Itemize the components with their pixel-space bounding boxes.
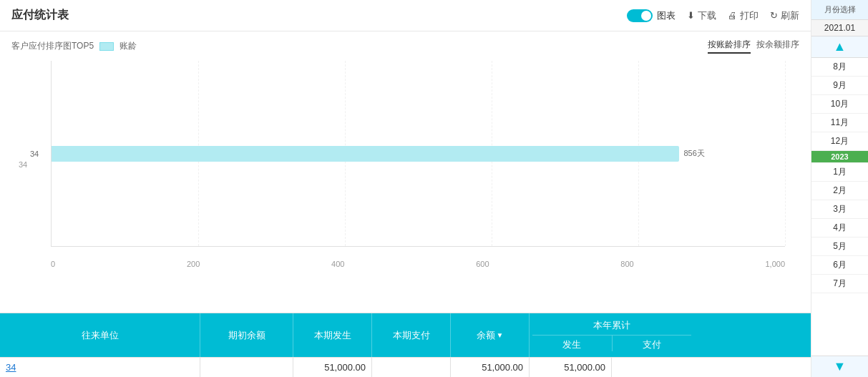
x-label-800: 800 xyxy=(620,260,633,268)
month-3[interactable]: 3月 xyxy=(811,200,868,219)
col-header-balance: 余额 ▼ xyxy=(451,313,530,357)
x-axis: 0 200 400 600 800 1,000 xyxy=(51,254,785,268)
month-9[interactable]: 9月 xyxy=(811,77,868,95)
balance-value: 51,000.00 xyxy=(482,362,523,373)
main-content: 应付统计表 图表 ⬇ 下载 🖨 打印 ↻ 刷新 xyxy=(0,0,811,377)
month-10[interactable]: 10月 xyxy=(811,95,868,114)
sort-by-balance-btn[interactable]: 按账龄排序 xyxy=(708,39,751,54)
header: 应付统计表 图表 ⬇ 下载 🖨 打印 ↻ 刷新 xyxy=(0,0,811,31)
table-row: 34 51,000.00 51,000.00 51,000.00 xyxy=(0,357,811,377)
cell-balance: 51,000.00 xyxy=(451,358,530,377)
download-label: 下载 xyxy=(698,9,716,22)
col-current-occur-label: 本期发生 xyxy=(314,329,351,342)
chart-title: 客户应付排序图TOP5 xyxy=(11,40,94,52)
x-label-1000: 1,000 xyxy=(765,260,785,268)
chart-sort-btns: 按账龄排序 按余额排序 xyxy=(708,39,799,54)
download-button[interactable]: ⬇ 下载 xyxy=(687,9,716,22)
sidebar-nav-down[interactable]: ▼ xyxy=(811,356,868,377)
x-label-600: 600 xyxy=(476,260,489,268)
month-11[interactable]: 11月 xyxy=(811,114,868,132)
month-8[interactable]: 8月 xyxy=(811,58,868,77)
cell-opening xyxy=(200,358,293,377)
col-header-current-occur: 本期发生 xyxy=(293,313,372,357)
grid-line-5 xyxy=(785,61,786,246)
x-label-0: 0 xyxy=(51,260,55,268)
chart-toggle-wrap: 图表 xyxy=(627,9,676,22)
sidebar-header-label: 月份选择 xyxy=(824,5,856,14)
bar-value-1: 856天 xyxy=(683,148,704,159)
col-header-ytd: 本年累计 发生 支付 xyxy=(530,313,694,357)
x-label-200: 200 xyxy=(187,260,200,268)
header-actions: 图表 ⬇ 下载 🖨 打印 ↻ 刷新 xyxy=(627,9,799,22)
ytd-occur-text: 发生 xyxy=(562,339,581,350)
bar-row-1: 34 856天 xyxy=(52,146,785,162)
legend-box xyxy=(99,42,114,51)
print-button[interactable]: 🖨 打印 xyxy=(728,9,759,22)
month-4[interactable]: 4月 xyxy=(811,219,868,238)
bar-y-label: 34 xyxy=(30,150,39,158)
table-area: 往来单位 期初余额 本期发生 本期支付 余额 ▼ 本年累计 xyxy=(0,313,811,377)
sort-by-amount-btn[interactable]: 按余额排序 xyxy=(756,39,799,54)
col-ytd-occur-label: 发生 xyxy=(532,336,613,351)
refresh-label: 刷新 xyxy=(781,9,799,22)
cell-unit: 34 xyxy=(0,358,200,377)
col-header-unit: 往来单位 xyxy=(0,313,200,357)
refresh-button[interactable]: ↻ 刷新 xyxy=(770,9,799,22)
download-icon: ⬇ xyxy=(687,10,695,21)
page-title: 应付统计表 xyxy=(11,8,69,23)
down-arrow-icon: ▼ xyxy=(834,359,847,374)
chart-area: 客户应付排序图TOP5 账龄 按账龄排序 按余额排序 xyxy=(0,31,811,313)
sidebar-nav-up[interactable]: ▲ xyxy=(811,36,868,58)
cell-ytd-occur: 51,000.00 xyxy=(530,358,612,377)
col-current-pay-label: 本期支付 xyxy=(393,329,430,342)
y-axis-label: 34 xyxy=(19,160,27,169)
year-2023[interactable]: 2023 xyxy=(811,151,868,163)
col-balance-label: 余额 xyxy=(477,329,495,342)
month-5[interactable]: 5月 xyxy=(811,238,868,256)
balance-sort-icon: ▼ xyxy=(497,331,504,339)
bar-fill-1 xyxy=(52,146,679,162)
month-12[interactable]: 12月 xyxy=(811,132,868,151)
month-1[interactable]: 1月 xyxy=(811,163,868,182)
month-2[interactable]: 2月 xyxy=(811,182,868,200)
col-header-current-pay: 本期支付 xyxy=(372,313,451,357)
unit-link[interactable]: 34 xyxy=(6,362,16,373)
col-ytd-pay-label: 支付 xyxy=(613,336,692,351)
y-label-value: 34 xyxy=(19,160,27,169)
month-6[interactable]: 6月 xyxy=(811,256,868,275)
chart-body: 34 856天 xyxy=(51,61,785,247)
cell-current-occur: 51,000.00 xyxy=(293,358,372,377)
up-arrow-icon: ▲ xyxy=(834,39,847,54)
col-ytd-label: 本年累计 xyxy=(593,319,630,332)
cell-current-pay xyxy=(372,358,451,377)
chart-legend: 客户应付排序图TOP5 账龄 xyxy=(11,40,137,52)
sidebar-date: 2021.01 xyxy=(811,20,868,36)
sidebar-date-value: 2021.01 xyxy=(824,23,855,33)
bar-chart: 34 856天 0 200 400 600 800 1,000 34 xyxy=(19,61,792,268)
ytd-subheaders: 发生 支付 xyxy=(532,335,691,351)
sidebar-header: 月份选择 xyxy=(811,0,868,20)
x-label-400: 400 xyxy=(331,260,344,268)
chart-toggle[interactable] xyxy=(627,9,653,22)
col-opening-label: 期初余额 xyxy=(228,329,265,342)
refresh-icon: ↻ xyxy=(770,10,778,21)
cell-ytd-pay xyxy=(612,358,694,377)
page-wrapper: 应付统计表 图表 ⬇ 下载 🖨 打印 ↻ 刷新 xyxy=(0,0,868,377)
table-header: 往来单位 期初余额 本期发生 本期支付 余额 ▼ 本年累计 xyxy=(0,313,811,357)
chart-label: 图表 xyxy=(657,9,676,22)
col-unit-label: 往来单位 xyxy=(82,329,119,342)
col-header-opening: 期初余额 xyxy=(200,313,293,357)
current-occur-value: 51,000.00 xyxy=(324,362,366,373)
ytd-pay-text: 支付 xyxy=(643,339,661,350)
legend-label: 账龄 xyxy=(120,40,137,52)
print-label: 打印 xyxy=(740,9,759,22)
chart-header: 客户应付排序图TOP5 账龄 按账龄排序 按余额排序 xyxy=(11,39,799,54)
sidebar: 月份选择 2021.01 ▲ 8月 9月 10月 11月 12月 2023 1月… xyxy=(811,0,868,377)
month-7[interactable]: 7月 xyxy=(811,275,868,293)
print-icon: 🖨 xyxy=(728,10,737,21)
ytd-occur-value: 51,000.00 xyxy=(564,362,605,373)
